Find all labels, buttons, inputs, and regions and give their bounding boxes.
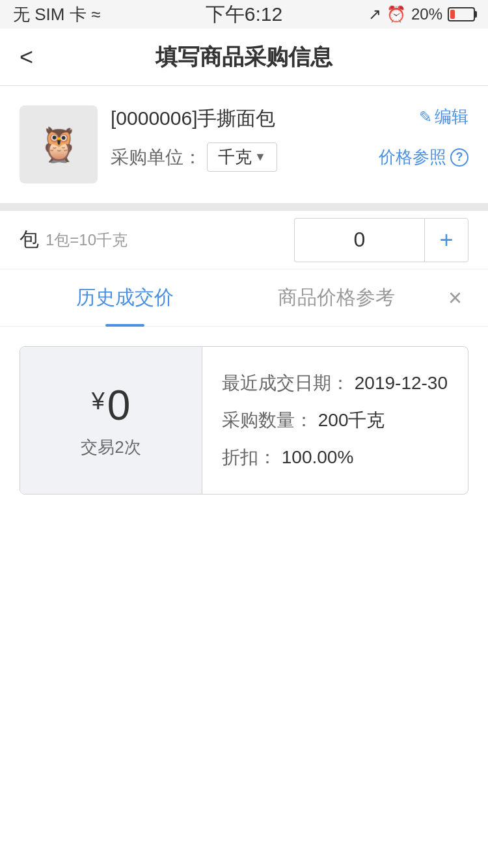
- unit-conversion: 1包=10千克: [46, 230, 128, 251]
- tab-history-price[interactable]: 历史成交价: [20, 269, 230, 327]
- tab-price-reference[interactable]: 商品价格参考: [230, 269, 441, 327]
- quantity-plus-button[interactable]: +: [424, 218, 468, 262]
- price-symbol: ¥: [92, 388, 105, 415]
- recent-date-value: 2019-12-30: [355, 373, 448, 393]
- alarm-icon: ⏰: [386, 5, 406, 23]
- tabs-bar: 历史成交价 商品价格参考 ×: [0, 269, 488, 327]
- price-value: 0: [107, 381, 131, 429]
- help-icon: ?: [450, 148, 468, 167]
- product-header: [0000006]手撕面包 ✎ 编辑: [111, 105, 468, 132]
- status-bar: 无 SIM 卡 ≈ 下午6:12 ↗ ⏰ 20%: [0, 0, 488, 29]
- bottom-panel: 历史成交价 商品价格参考 × ¥ 0 交易2次 最近成交日期： 2019-12-…: [0, 269, 488, 868]
- location-icon: ↗: [368, 5, 381, 23]
- quantity-label: 采购数量：: [222, 410, 313, 430]
- status-right: ↗ ⏰ 20%: [368, 5, 475, 23]
- close-icon: ×: [448, 284, 462, 311]
- discount-row: 折扣： 100.00%: [222, 444, 448, 470]
- battery-indicator: [448, 7, 475, 21]
- dropdown-arrow-icon: ▼: [254, 150, 266, 164]
- purchase-quantity-row: 采购数量： 200千克: [222, 407, 448, 433]
- price-display: ¥ 0: [92, 381, 131, 429]
- recent-date-label: 最近成交日期：: [222, 373, 349, 393]
- transaction-card: ¥ 0 交易2次 最近成交日期： 2019-12-30 采购数量： 200千克 …: [20, 346, 468, 495]
- unit-char: 包: [20, 226, 39, 253]
- transaction-count: 交易2次: [81, 436, 141, 459]
- tab2-label: 商品价格参考: [278, 284, 395, 311]
- plus-icon: +: [439, 226, 453, 254]
- recent-date-row: 最近成交日期： 2019-12-30: [222, 370, 448, 396]
- back-button[interactable]: <: [20, 44, 33, 71]
- quantity-unit-info: 包 1包=10千克: [20, 226, 128, 253]
- quantity-input[interactable]: [294, 218, 424, 262]
- edit-label: 编辑: [435, 105, 468, 128]
- unit-label: 采购单位：: [111, 145, 202, 170]
- section-divider: [0, 203, 488, 211]
- edit-icon: ✎: [419, 108, 432, 126]
- quantity-value: 200千克: [318, 410, 385, 430]
- product-info: [0000006]手撕面包 ✎ 编辑 采购单位： 千克 ▼ 价格参照 ?: [111, 105, 468, 172]
- card-right-details: 最近成交日期： 2019-12-30 采购数量： 200千克 折扣： 100.0…: [202, 347, 468, 494]
- price-ref-label: 价格参照: [379, 146, 446, 169]
- product-thumbnail: 🦉: [20, 105, 98, 183]
- empty-space: [0, 514, 488, 868]
- carrier-text: 无 SIM 卡 ≈: [13, 3, 100, 26]
- tab1-label: 历史成交价: [76, 284, 174, 311]
- discount-label: 折扣：: [222, 447, 277, 467]
- time-display: 下午6:12: [206, 1, 282, 28]
- quantity-row: 包 1包=10千克 +: [0, 211, 488, 269]
- battery-percent: 20%: [411, 5, 442, 23]
- card-container: ¥ 0 交易2次 最近成交日期： 2019-12-30 采购数量： 200千克 …: [0, 327, 488, 514]
- quantity-input-wrapper: +: [294, 218, 468, 262]
- edit-button[interactable]: ✎ 编辑: [419, 105, 468, 128]
- product-logo-icon: 🦉: [38, 125, 80, 165]
- unit-value: 千克: [218, 146, 252, 169]
- product-name: [0000006]手撕面包: [111, 105, 275, 132]
- page-title: 填写商品采购信息: [156, 42, 332, 72]
- unit-select-dropdown[interactable]: 千克 ▼: [207, 142, 277, 172]
- close-button[interactable]: ×: [442, 278, 468, 318]
- product-unit-row: 采购单位： 千克 ▼ 价格参照 ?: [111, 142, 468, 172]
- product-section: 🦉 [0000006]手撕面包 ✎ 编辑 采购单位： 千克 ▼ 价格参照 ?: [0, 86, 488, 203]
- nav-bar: < 填写商品采购信息: [0, 29, 488, 86]
- discount-value: 100.00%: [282, 447, 354, 467]
- price-ref-button[interactable]: 价格参照 ?: [379, 146, 468, 169]
- card-left-price: ¥ 0 交易2次: [20, 347, 202, 494]
